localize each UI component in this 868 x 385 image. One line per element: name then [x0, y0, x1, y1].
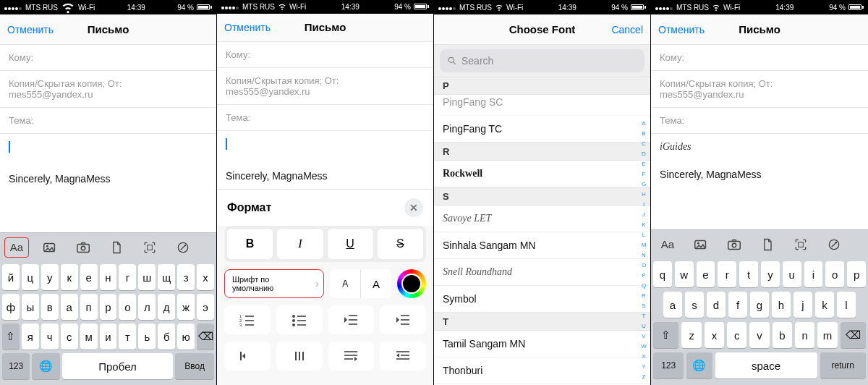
backspace-key[interactable]: ⌫ [197, 323, 214, 350]
return-key[interactable]: Ввод [175, 353, 214, 379]
text-color-button[interactable] [397, 269, 426, 298]
key-en[interactable]: u [783, 261, 801, 287]
subject-field[interactable]: Тема: [217, 105, 433, 131]
font-item[interactable]: Thonburi [434, 358, 650, 384]
font-item[interactable]: Rockwell [434, 161, 650, 187]
markup-icon[interactable] [171, 237, 195, 258]
message-body[interactable]: iGuides Sincerely, MagnaMess [651, 134, 868, 229]
key-ru[interactable]: я [22, 323, 39, 350]
key-ru[interactable]: ч [41, 323, 59, 350]
key-ru[interactable]: г [119, 264, 136, 290]
cancel-button[interactable]: Cancel [604, 14, 650, 44]
key-en[interactable]: c [727, 322, 746, 348]
font-list[interactable]: P PingFang SC PingFang TC R Rockwell S S… [434, 77, 650, 385]
cc-from-field[interactable]: Копия/Скрытая копия; От: mes555@yandex.r… [651, 71, 868, 108]
underline-button[interactable]: U [328, 229, 373, 259]
key-en[interactable]: p [847, 261, 866, 287]
list-number-button[interactable]: 123 [224, 305, 271, 334]
key-en[interactable]: r [718, 261, 736, 287]
key-en[interactable]: x [705, 322, 724, 348]
size-smaller-button[interactable]: A [330, 269, 360, 298]
key-ru[interactable]: т [119, 323, 136, 350]
key-en[interactable]: n [795, 322, 814, 348]
key-ru[interactable]: р [100, 294, 117, 320]
align-left-button[interactable] [224, 342, 271, 371]
key-ru[interactable]: о [119, 294, 136, 320]
close-icon[interactable]: ✕ [404, 198, 423, 217]
globe-key[interactable]: 🌐 [32, 353, 59, 379]
key-en[interactable]: h [772, 292, 791, 318]
key-ru[interactable]: к [61, 264, 78, 290]
subject-field[interactable]: Тема: [651, 108, 868, 134]
align-center-button[interactable] [276, 342, 323, 371]
key-ru[interactable]: л [138, 294, 156, 320]
key-ru[interactable]: м [80, 323, 98, 350]
key-ru[interactable]: в [41, 294, 59, 320]
font-item[interactable]: Sinhala Sangam MN [434, 232, 650, 259]
space-key[interactable]: Пробел [62, 353, 174, 379]
return-key[interactable]: return [820, 352, 866, 378]
key-en[interactable]: a [663, 292, 682, 318]
key-ru[interactable]: а [61, 294, 78, 320]
cancel-button[interactable]: Отменить [651, 14, 712, 44]
key-en[interactable]: q [653, 261, 672, 287]
numbers-key[interactable]: 123 [2, 353, 30, 379]
numbers-key[interactable]: 123 [653, 352, 684, 378]
key-ru[interactable]: у [41, 264, 59, 290]
key-ru[interactable]: ф [2, 294, 20, 320]
camera-icon[interactable] [722, 234, 746, 255]
key-ru[interactable]: ы [22, 294, 39, 320]
key-ru[interactable]: с [61, 323, 78, 350]
bold-button[interactable]: B [227, 229, 273, 259]
key-en[interactable]: g [750, 292, 769, 318]
italic-button[interactable]: I [277, 229, 323, 259]
key-en[interactable]: y [761, 261, 780, 287]
key-en[interactable]: b [773, 322, 792, 348]
photo-library-icon[interactable] [38, 237, 62, 258]
strike-button[interactable]: S [378, 229, 423, 259]
key-en[interactable]: k [815, 292, 834, 318]
align-justify-button[interactable] [328, 342, 375, 371]
shift-key[interactable]: ⇧ [653, 322, 678, 348]
photo-library-icon[interactable] [689, 234, 713, 255]
key-en[interactable]: t [739, 261, 758, 287]
document-icon[interactable] [104, 237, 129, 258]
list-bullet-button[interactable] [276, 305, 323, 334]
format-aa-button[interactable]: Aa [4, 237, 29, 258]
cancel-button[interactable]: Отменить [217, 14, 278, 41]
key-ru[interactable]: б [158, 323, 175, 350]
key-en[interactable]: m [817, 322, 837, 348]
key-ru[interactable]: ц [22, 264, 39, 290]
outdent-button[interactable] [328, 305, 375, 334]
font-item[interactable]: PingFang SC [434, 89, 650, 116]
key-ru[interactable]: э [197, 294, 214, 320]
subject-field[interactable]: Тема: [0, 108, 216, 134]
cc-from-field[interactable]: Копия/Скрытая копия; От: mes555@yandex.r… [0, 71, 216, 108]
key-en[interactable]: v [749, 322, 769, 348]
to-field[interactable]: Кому: [0, 45, 216, 71]
font-item[interactable]: Symbol [434, 286, 650, 313]
key-en[interactable]: o [825, 261, 844, 287]
key-en[interactable]: e [697, 261, 715, 287]
key-ru[interactable]: х [197, 264, 214, 290]
key-en[interactable]: s [685, 292, 704, 318]
cancel-button[interactable]: Отменить [0, 14, 61, 44]
shift-key[interactable]: ⇧ [2, 323, 20, 350]
key-en[interactable]: i [804, 261, 823, 287]
space-key[interactable]: space [715, 352, 817, 378]
size-larger-button[interactable]: A [360, 269, 391, 298]
scan-icon[interactable] [137, 237, 162, 258]
key-ru[interactable]: й [2, 264, 20, 290]
font-item[interactable]: Snell Roundhand [434, 259, 650, 286]
search-input[interactable]: Search [440, 49, 644, 72]
key-ru[interactable]: д [158, 294, 175, 320]
key-ru[interactable]: н [100, 264, 117, 290]
globe-key[interactable]: 🌐 [686, 352, 712, 378]
key-en[interactable]: d [707, 292, 726, 318]
key-ru[interactable]: ю [177, 323, 195, 350]
key-ru[interactable]: е [80, 264, 98, 290]
backspace-key[interactable]: ⌫ [841, 322, 866, 348]
font-item[interactable]: Tamil Sangam MN [434, 331, 650, 358]
scan-icon[interactable] [788, 234, 813, 255]
key-ru[interactable]: ь [138, 323, 156, 350]
